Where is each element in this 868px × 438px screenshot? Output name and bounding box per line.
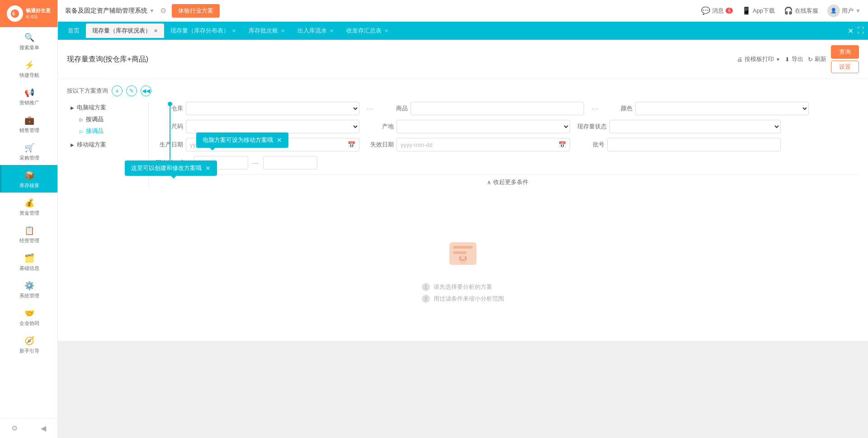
industry-btn[interactable]: 体验行业方案 (172, 4, 220, 18)
sidebar-item-corp[interactable]: 🤝 企业协同 (0, 303, 57, 330)
app-download-btn[interactable]: 📱 App下载 (742, 6, 775, 15)
dots-icon-2[interactable]: ··· (591, 104, 598, 113)
add-scheme-btn[interactable]: + (112, 85, 123, 96)
title-actions: 🖨 按模板打印 ▼ ⬇ 导出 ↻ 刷新 查询 设置 (737, 45, 859, 73)
sidebar-item-label: 销售管理 (19, 127, 39, 134)
refresh-btn[interactable]: ↻ 刷新 (808, 55, 826, 63)
size-select[interactable] (186, 120, 359, 133)
sidebar-item-finance[interactable]: 💰 资金管理 (0, 193, 57, 220)
tooltip-desktop-scheme: 电脑方案可设为移动方案哦 ✕ (196, 132, 288, 148)
tab-fullscreen-icon[interactable]: ⛶ (857, 27, 864, 35)
sidebar-item-search[interactable]: 🔍 搜索菜单 (0, 27, 57, 55)
tab-home[interactable]: 首页 (61, 24, 86, 38)
tab-label: 库存批次账 (249, 27, 278, 35)
print-icon: 🖨 (737, 56, 743, 63)
filter-exp-date: 失效日期 yyyy-mm-dd 📅 (367, 138, 570, 151)
tab-inventory-status[interactable]: 现存量（库存状况表） ✕ (86, 24, 164, 38)
warehouse-select[interactable] (186, 102, 359, 115)
tab-batch[interactable]: 库存批次账 ✕ (242, 24, 291, 38)
empty-step-2: 2 用过滤条件来缩小分析范围 (422, 293, 504, 305)
tab-close-icon[interactable]: ✕ (154, 28, 158, 34)
tooltip-close-2[interactable]: ✕ (205, 165, 211, 172)
messages-label: 消息 (712, 7, 724, 15)
guide-icon: 🧭 (24, 336, 34, 346)
chevron-up-icon: ∧ (487, 179, 491, 186)
settings-footer-btn[interactable]: ⚙ (11, 424, 18, 433)
page-title: 现存量查询(按仓库+商品) (67, 55, 148, 64)
step-num-2: 2 (422, 295, 430, 303)
template-print-btn[interactable]: 🖨 按模板打印 ▼ (737, 55, 780, 63)
edit-scheme-btn[interactable]: ✎ (126, 85, 137, 96)
scheme-group-header-desktop[interactable]: ▶ 电脑端方案 (67, 102, 143, 113)
scheme-item-1[interactable]: ▷ 按调品 (67, 113, 143, 125)
tab-close-icon[interactable]: ✕ (281, 28, 285, 34)
sidebar-item-sales[interactable]: 💼 销售管理 (0, 110, 57, 137)
sidebar-item-system[interactable]: ⚙️ 系统管理 (0, 275, 57, 303)
sidebar-item-purchase[interactable]: 🛒 采购管理 (0, 137, 57, 165)
sidebar-item-inventory[interactable]: 📦 库存核算 (0, 165, 57, 193)
tab-flow[interactable]: 出入库流水 ✕ (291, 24, 340, 38)
collapse-sidebar-btn[interactable]: ◀ (41, 424, 46, 433)
origin-select[interactable] (396, 120, 570, 133)
sidebar-item-ops[interactable]: 📋 经营管理 (0, 220, 57, 248)
tab-close-icon[interactable]: ✕ (232, 28, 236, 34)
chevron-down-icon: ▼ (149, 8, 155, 14)
system-name-dropdown[interactable]: 装备及固定资产辅助管理系统 ▼ (65, 7, 155, 15)
sidebar-item-label: 采购管理 (19, 155, 39, 161)
export-label: 导出 (792, 55, 803, 63)
filter-row-4: 现存量（主） — (156, 156, 859, 170)
messages-btn[interactable]: 💬 消息 6 (701, 6, 733, 15)
collapse-btn[interactable]: ∧ 收起更多条件 (156, 174, 859, 188)
filter-area: 按以下方案查询 + ✎ ◀◀ ▶ 电脑端方案 ▷ (58, 79, 868, 193)
product-input[interactable] (410, 102, 584, 115)
chevron-right-icon: ▶ (71, 105, 74, 110)
sidebar-item-quicknav[interactable]: ⚡ 快捷导航 (0, 55, 57, 82)
export-btn[interactable]: ⬇ 导出 (785, 55, 803, 63)
scheme-left: ▶ 电脑端方案 ▷ 按调品 ▷ 接调品 (67, 102, 148, 152)
scheme-group-label: 移动端方案 (77, 141, 106, 149)
back-btn[interactable]: ◀◀ (141, 85, 151, 96)
calendar-icon-2: 📅 (558, 141, 566, 148)
sidebar-item-label: 搜索菜单 (19, 44, 39, 51)
tab-close-icon[interactable]: ✕ (384, 28, 388, 34)
page-content: 现存量查询(按仓库+商品) 🖨 按模板打印 ▼ ⬇ 导出 ↻ 刷新 (58, 40, 868, 438)
tab-label: 出入库流水 (297, 27, 327, 35)
stock-qty-to[interactable] (263, 156, 317, 170)
user-menu[interactable]: 👤 用户 ▼ (827, 5, 861, 17)
stock-status-label: 现存量状态 (577, 122, 607, 131)
tabs-bar: 首页 现存量（库存状况表） ✕ 现存量（库存分布表） ✕ 库存批次账 ✕ 出入库… (58, 22, 868, 40)
online-support-btn[interactable]: 🎧 在线客服 (784, 6, 818, 15)
sidebar-item-basic[interactable]: 🗂️ 基础信息 (0, 248, 57, 275)
scheme-item-label: 接调品 (86, 127, 104, 135)
scheme-group-desktop: ▶ 电脑端方案 ▷ 按调品 ▷ 接调品 (67, 102, 143, 137)
sidebar-item-guide[interactable]: 🧭 新手引导 (0, 330, 57, 358)
settings-btn[interactable]: ⚙ (160, 6, 166, 15)
svg-rect-3 (453, 246, 473, 249)
dots-icon-1[interactable]: ··· (367, 104, 373, 113)
empty-steps: 1 请先选择要分析的方案 2 用过滤条件来缩小分析范围 (422, 281, 504, 305)
tooltip-close-1[interactable]: ✕ (277, 137, 282, 144)
settings-button[interactable]: 设置 (831, 61, 859, 73)
system-name: 装备及固定资产辅助管理系统 (65, 7, 147, 15)
filter-warehouse: 仓库 (156, 102, 359, 115)
ops-icon: 📋 (24, 226, 34, 235)
tab-close-icon[interactable]: ✕ (330, 28, 334, 34)
query-button[interactable]: 查询 (831, 45, 859, 59)
sidebar-item-label: 系统管理 (19, 292, 39, 299)
tab-summary[interactable]: 收发存汇总表 ✕ (340, 24, 395, 38)
calendar-icon-1: 📅 (348, 141, 355, 148)
sidebar-item-label: 新手引导 (19, 348, 39, 354)
svg-point-6 (459, 256, 461, 258)
tab-inventory-dist[interactable]: 现存量（库存分布表） ✕ (164, 24, 242, 38)
color-select[interactable] (635, 102, 809, 115)
scheme-item-2[interactable]: ▷ 接调品 (67, 125, 143, 137)
vertical-connector (170, 106, 170, 160)
sidebar-item-marketing[interactable]: 📢 营销推广 (0, 82, 57, 110)
tab-close-all-icon[interactable]: ✕ (848, 27, 854, 35)
exp-date-input[interactable]: yyyy-mm-dd 📅 (396, 138, 570, 151)
filter-header: 按以下方案查询 + ✎ ◀◀ (67, 85, 859, 96)
batch-input[interactable] (607, 138, 781, 151)
scheme-group-header-mobile[interactable]: ▶ 移动端方案 (67, 139, 143, 151)
stock-status-select[interactable] (609, 120, 781, 133)
color-label: 颜色 (605, 104, 632, 113)
